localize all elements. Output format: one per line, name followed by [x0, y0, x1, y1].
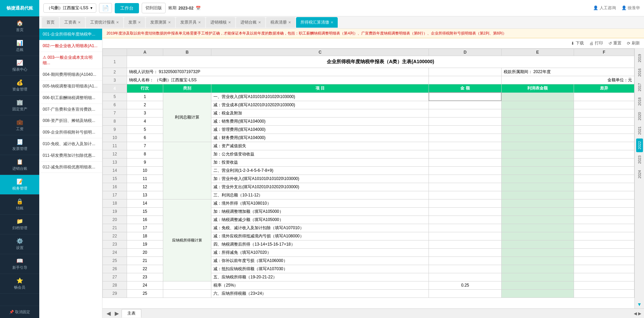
sidebar-item-closing[interactable]: 🔒 结账 [0, 195, 39, 215]
category-profit-cell: 利润总额计算 [163, 93, 211, 142]
purchase-icon: 📋 [16, 158, 23, 165]
tab-purchase-close[interactable]: ✕ [228, 20, 231, 24]
main-table: A B C D E F [102, 49, 634, 298]
list-item-004[interactable]: 004-期间费用明细表(A1040... [39, 69, 102, 81]
tab-invoice-open-close[interactable]: ✕ [198, 20, 201, 24]
tab-payroll[interactable]: 工资表 ✕ [60, 17, 85, 28]
list-item-011[interactable]: 011-研发费用加计扣除优惠... [39, 150, 102, 162]
list-item-009[interactable]: 009-企业所得税附补亏损明... [39, 127, 102, 138]
year-panel: 2019 2016 2017 2018 2020 2021 2022 2023 … [634, 49, 644, 308]
sidebar-item-tax[interactable]: 📝 税务管理 [0, 175, 39, 195]
sidebar-item-payroll[interactable]: 💼 工资 [0, 115, 39, 135]
scroll-left-icon[interactable]: ◀ [634, 311, 637, 316]
tab-payroll-stat[interactable]: 工资统计报表 ✕ [86, 17, 123, 28]
reset-button[interactable]: ↺ 重置 [608, 40, 621, 46]
tab-invoice-close[interactable]: ✕ [138, 20, 141, 24]
document-icon-btn[interactable]: 📄 [99, 3, 112, 13]
sidebar-item-label: 进销台账 [12, 166, 27, 171]
tab-tax-summary[interactable]: 税表清册 ✕ [266, 17, 295, 28]
sidebar-item-fixed-assets[interactable]: 🏢 固定资产 [0, 96, 39, 115]
calendar-icon[interactable]: 📅 [196, 6, 201, 11]
ledger-icon: 📊 [16, 40, 23, 46]
sidebar-item-fund[interactable]: 💰 资金管理 [0, 76, 39, 96]
tax-icon: 📝 [16, 178, 23, 185]
tab-invoice-open[interactable]: 发票开具 ✕ [176, 17, 205, 28]
tab-income-tax[interactable]: 所得税汇算清缴 ✕ [296, 17, 338, 28]
print-button[interactable]: 🖨 打印 [589, 40, 603, 46]
sidebar-item-invoice[interactable]: 🧾 发票管理 [0, 135, 39, 155]
sidebar-item-settings[interactable]: ⚙️ 设置 [0, 234, 39, 254]
tab-home[interactable]: 首页 [42, 17, 59, 28]
tab-purchase[interactable]: 进销稽核 ✕ [206, 17, 235, 28]
list-item-003[interactable]: ⚠ 003-一般企业成本支出明细... [39, 52, 102, 69]
list-item-007[interactable]: 007-广告费和业务宣传费跌... [39, 104, 102, 115]
sidebar-item-guide[interactable]: 📖 新手引导 [0, 254, 39, 274]
list-item-012[interactable]: 012-减免所得税优惠明细表... [39, 162, 102, 173]
year-item-2022[interactable]: 2022 [636, 138, 643, 152]
sidebar-item-ledger[interactable]: 📊 总账 [0, 36, 39, 56]
sidebar-item-archive[interactable]: 📁 归档管理 [0, 215, 39, 234]
tab-invoice[interactable]: 发票 ✕ [124, 17, 145, 28]
settings-icon: ⚙️ [16, 238, 23, 244]
table-row: 18 14 应纳税所得额计算 减：境外所得（填写A108010） [103, 199, 634, 207]
col-header-f: F [574, 49, 634, 56]
payroll-icon: 💼 [16, 119, 23, 125]
year-item-2020[interactable]: 2020 [636, 109, 643, 123]
year-item-2017[interactable]: 2017 [636, 80, 643, 94]
guide-icon: 📖 [16, 258, 23, 264]
tab-payroll-close[interactable]: ✕ [78, 20, 81, 24]
year-panel-down-arrow[interactable]: ▼ [637, 300, 642, 308]
refresh-button[interactable]: ⟳ 刷新 [627, 40, 640, 46]
tab-purchase-ledger-close[interactable]: ✕ [258, 20, 261, 24]
year-item-2023[interactable]: 2023 [636, 153, 643, 166]
tab-invoice-calc-close[interactable]: ✕ [168, 20, 171, 24]
customer-service-btn[interactable]: 👤 人工咨询 [593, 5, 616, 11]
col-header-a: A [127, 49, 163, 56]
col-header-c: C [211, 49, 429, 56]
company-selector[interactable]: （勾删）江西服宝-LSS ▼ [43, 3, 96, 13]
sheet-nav-right[interactable]: ▶ [113, 310, 120, 317]
list-item-006[interactable]: 006-职工薪酬纳税调整明细... [39, 92, 102, 104]
tab-payroll-stat-close[interactable]: ✕ [116, 20, 119, 24]
list-item-001[interactable]: 001-企业所得税年度纳税申... [39, 29, 102, 40]
sidebar-item-purchase[interactable]: 📋 进销台账 [0, 155, 39, 175]
sheet-tab-main[interactable]: 主表 [122, 309, 141, 318]
sidebar-item-home[interactable]: 🏠 首页 [0, 16, 39, 36]
tab-payroll-stat-label: 工资统计报表 [90, 19, 115, 25]
scroll-right-icon[interactable]: ▶ [638, 311, 641, 316]
year-item-2016[interactable]: 2016 [636, 66, 643, 79]
list-item-005[interactable]: 005-纳税调整项目明细表(A1... [39, 81, 102, 92]
year-item-2019[interactable]: 2019 [636, 51, 643, 65]
year-item-2024[interactable]: 2024 [636, 167, 643, 181]
list-item-010[interactable]: 010-免税、减计收入及加计... [39, 138, 102, 150]
download-button[interactable]: ⬇ 下载 [571, 40, 584, 46]
list-item-008[interactable]: 008-资产折旧、摊销及纳税... [39, 115, 102, 127]
year-item-2018[interactable]: 2018 [636, 95, 643, 108]
sidebar-footer-pin[interactable]: 📌 取消固定 [0, 306, 39, 318]
tab-tax-summary-close[interactable]: ✕ [288, 20, 291, 24]
switch-version-button[interactable]: 切到旧版 [142, 3, 166, 13]
table-row: 28 24 税率（25%） 0.25 [103, 281, 634, 289]
workbench-button[interactable]: 工作台 [115, 3, 139, 13]
sidebar-item-label: 总账 [16, 47, 24, 52]
user-avatar[interactable]: 👤 徐淮华 [621, 5, 640, 11]
toolbar: ⬇ 下载 🖨 打印 ↺ 重置 ⟳ 刷新 [102, 38, 644, 49]
sidebar-item-member[interactable]: ⭐ 畅会员 [0, 274, 39, 294]
sidebar-item-label: 税务管理 [12, 186, 27, 191]
currency-cell: 金额单位：元 [501, 76, 634, 84]
col-e-header: 利润表金额 [501, 84, 574, 93]
sheet-nav-left[interactable]: ◀ [105, 310, 112, 317]
sidebar-item-label: 新手引导 [12, 265, 27, 270]
tab-income-tax-label: 所得税汇算清缴 [300, 19, 329, 25]
tab-income-tax-close[interactable]: ✕ [331, 20, 333, 24]
tab-invoice-calc[interactable]: 发票测算 ✕ [146, 17, 175, 28]
main-content: （勾删）江西服宝-LSS ▼ 📄 工作台 切到旧版 账期 2023-02 📅 👤… [39, 0, 644, 318]
tab-purchase-ledger[interactable]: 进销台账 ✕ [236, 17, 265, 28]
list-item-002[interactable]: 002-一般企业收入明细表(A1... [39, 40, 102, 52]
right-panel: 2019年度涉及取以前年度结转数据的申报表单元格需要手工维护正确，才能保证本年及… [102, 29, 644, 318]
col-f-header: 差异 [574, 84, 634, 93]
year-item-2021[interactable]: 2021 [636, 124, 643, 137]
sidebar-item-report[interactable]: 📈 报表中心 [0, 56, 39, 76]
period-cell: 税款所属期间： 2022年度 [501, 68, 634, 76]
table-row: 5 1 利润总额计算 一、营业收入(填写A101010\101020\10300… [103, 93, 634, 101]
